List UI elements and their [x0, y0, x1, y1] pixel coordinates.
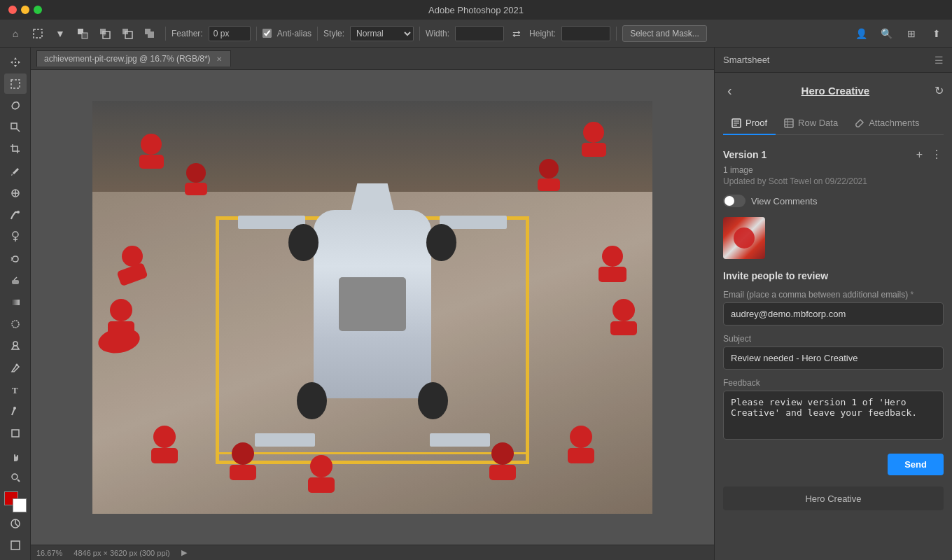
height-input[interactable]: [561, 26, 610, 41]
panel-menu-icon[interactable]: ☰: [934, 55, 944, 66]
clone-stamp-tool[interactable]: [4, 227, 27, 247]
svg-point-18: [12, 321, 19, 328]
svg-rect-28: [785, 119, 793, 127]
quick-mask-icon[interactable]: [4, 514, 27, 534]
proof-thumbnail[interactable]: [723, 217, 765, 259]
history-brush-tool[interactable]: [4, 248, 27, 269]
intersect-selection-icon[interactable]: [140, 24, 160, 43]
eyedropper-tool[interactable]: [4, 161, 27, 181]
row-data-tab-label: Row Data: [798, 118, 838, 128]
maximize-button[interactable]: [34, 6, 42, 14]
eraser-tool[interactable]: [4, 270, 27, 290]
toolbar-option-icon[interactable]: ▼: [50, 24, 70, 43]
svg-text:+: +: [103, 31, 106, 38]
svg-rect-12: [11, 123, 17, 129]
canvas-tab-close-icon[interactable]: ✕: [215, 55, 223, 63]
search-icon[interactable]: 🔍: [876, 24, 896, 43]
home-icon[interactable]: ⌂: [6, 24, 25, 43]
svg-point-22: [13, 407, 16, 410]
send-button[interactable]: Send: [888, 454, 944, 475]
marquee-options-icon[interactable]: [28, 24, 48, 43]
tab-attachments[interactable]: Attachments: [846, 111, 927, 135]
canvas-tab-label: achievement-pit-crew.jpg @ 16.7% (RGB/8*…: [44, 54, 211, 64]
swap-dimensions-icon[interactable]: ⇄: [507, 24, 526, 43]
version-title: Version 1: [723, 149, 766, 160]
feather-input[interactable]: [209, 26, 251, 41]
canvas-tab-bar: achievement-pit-crew.jpg @ 16.7% (RGB/8*…: [31, 48, 714, 70]
pen-tool[interactable]: [4, 358, 27, 378]
hand-tool[interactable]: [4, 445, 27, 465]
svg-point-14: [17, 211, 20, 214]
move-tool[interactable]: [4, 52, 27, 72]
divider-2: [256, 27, 257, 41]
refresh-icon[interactable]: ↻: [934, 84, 944, 97]
svg-point-24: [12, 474, 18, 479]
screen-mode-icon[interactable]: [4, 536, 27, 556]
left-toolbar: T: [0, 48, 31, 560]
healing-brush-tool[interactable]: [4, 183, 27, 203]
workspace-icon[interactable]: ⊞: [902, 24, 921, 43]
canvas-status-bar: 16.67% 4846 px × 3620 px (300 ppi) ▶: [31, 545, 714, 560]
foreground-color-icon[interactable]: [4, 491, 27, 512]
panel-header-title: Smartsheet: [723, 55, 769, 65]
crop-tool[interactable]: [4, 139, 27, 160]
zoom-tool[interactable]: [4, 467, 27, 487]
email-required: *: [910, 290, 913, 300]
svg-rect-23: [12, 430, 19, 437]
feather-label: Feather:: [172, 29, 203, 38]
version-image-count: 1 image: [723, 165, 944, 175]
canvas-tab[interactable]: achievement-pit-crew.jpg @ 16.7% (RGB/8*…: [36, 50, 231, 66]
subject-input[interactable]: [723, 346, 944, 370]
version-add-button[interactable]: +: [915, 146, 924, 162]
canvas-content[interactable]: [31, 70, 714, 545]
shape-tool[interactable]: [4, 424, 27, 444]
add-selection-icon[interactable]: +: [95, 24, 115, 43]
zoom-level: 16.67%: [36, 549, 62, 557]
svg-point-20: [15, 363, 18, 365]
gradient-tool[interactable]: [4, 292, 27, 312]
main-area: T achievement-pit-crew.jpg @ 16.7% (RGB: [0, 48, 952, 560]
feedback-input[interactable]: Please review version 1 of 'Hero Creativ…: [723, 391, 944, 440]
svg-rect-16: [12, 280, 19, 284]
svg-rect-17: [11, 300, 20, 305]
object-selection-tool[interactable]: [4, 118, 27, 138]
lasso-tool[interactable]: [4, 95, 27, 115]
svg-rect-0: [34, 29, 42, 38]
subtract-selection-icon[interactable]: [118, 24, 137, 43]
tab-row-data[interactable]: Row Data: [776, 111, 846, 135]
svg-point-19: [13, 342, 18, 346]
select-and-mask-button[interactable]: Select and Mask...: [622, 25, 707, 42]
minimize-button[interactable]: [21, 6, 29, 14]
version-more-button[interactable]: ⋮: [930, 146, 944, 162]
style-label: Style:: [323, 29, 344, 38]
view-comments-toggle[interactable]: [723, 195, 746, 207]
text-tool[interactable]: T: [4, 379, 27, 400]
path-selection-tool[interactable]: [4, 402, 27, 422]
invite-title: Invite people to review: [723, 270, 944, 281]
svg-rect-26: [11, 541, 20, 550]
close-button[interactable]: [8, 6, 17, 14]
svg-text:T: T: [12, 385, 18, 396]
smartsheet-panel: Smartsheet ☰ ‹ Hero Creative ↻: [714, 48, 952, 560]
brush-tool[interactable]: [4, 205, 27, 225]
style-select[interactable]: Normal Fixed Ratio Fixed Size: [350, 26, 414, 41]
window-controls[interactable]: [8, 6, 42, 14]
dodge-tool[interactable]: [4, 336, 27, 356]
marquee-tool[interactable]: [4, 74, 27, 94]
blur-tool[interactable]: [4, 314, 27, 335]
panel-content: ‹ Hero Creative ↻ Proof: [715, 73, 952, 560]
email-input[interactable]: [723, 302, 944, 326]
width-input[interactable]: [455, 26, 504, 41]
anti-alias-checkbox[interactable]: [262, 29, 272, 38]
new-selection-icon[interactable]: [73, 24, 92, 43]
version-header: Version 1 + ⋮: [723, 146, 944, 162]
panel-footer: Hero Creative: [723, 486, 944, 510]
feedback-label: Feedback: [723, 378, 944, 388]
canvas-info-arrow[interactable]: ▶: [181, 548, 187, 557]
account-icon[interactable]: 👤: [851, 24, 871, 43]
canvas-image: [92, 101, 652, 514]
tab-proof[interactable]: Proof: [723, 111, 776, 135]
share-icon[interactable]: ⬆: [927, 24, 946, 43]
svg-rect-9: [148, 31, 154, 38]
back-button[interactable]: ‹: [723, 81, 736, 100]
